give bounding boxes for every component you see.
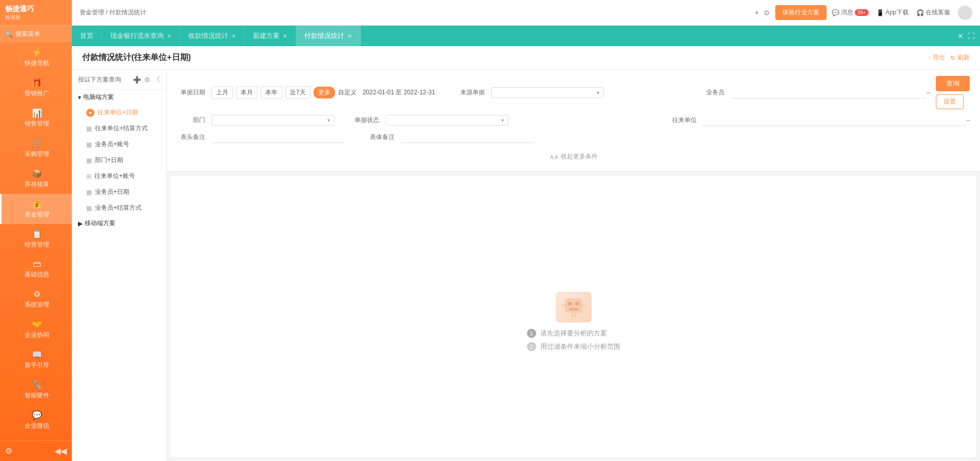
export-button[interactable]: ↑ 导出 bbox=[928, 53, 945, 62]
body-note-input[interactable] bbox=[401, 131, 534, 143]
scheme-grid-icon-4: ▦ bbox=[86, 189, 92, 196]
settings-bottom-icon[interactable]: ⚙ bbox=[5, 446, 12, 456]
nav-item-sales[interactable]: 📊 销售管理 bbox=[0, 103, 72, 133]
staff-more-icon[interactable]: ··· bbox=[926, 88, 930, 97]
date-btn-thisyear[interactable]: 本年 bbox=[261, 86, 282, 99]
nav-item-inventory[interactable]: 📦 库存核算 bbox=[0, 164, 72, 194]
scheme-staff-settle[interactable]: ▦ 业务员+结算方式 bbox=[72, 200, 166, 216]
panel-collapse-icon[interactable]: 《 bbox=[153, 75, 160, 84]
nav-item-operations[interactable]: 📋 经营管理 bbox=[0, 224, 72, 254]
tab-bank-close[interactable]: ✕ bbox=[167, 33, 171, 39]
app-download-button[interactable]: 📱 App下载 bbox=[876, 8, 909, 17]
filter-row-3: 表头备注 表体备注 bbox=[177, 131, 970, 143]
tab-home-label: 首页 bbox=[80, 31, 93, 41]
nav-item-guide[interactable]: 📖 新手引导 bbox=[0, 345, 72, 375]
tab-new-scheme-close[interactable]: ✕ bbox=[283, 33, 287, 39]
scheme-staff-account[interactable]: ▦ 业务员+账号 bbox=[72, 136, 166, 152]
online-service-button[interactable]: 🎧 在线客服 bbox=[916, 8, 950, 17]
search-menu[interactable]: 🔍 搜索菜单 bbox=[0, 26, 72, 43]
svg-rect-2 bbox=[575, 302, 579, 305]
tab-bank[interactable]: 现金银行流水查询 ✕ bbox=[102, 26, 180, 46]
staff-input[interactable] bbox=[731, 87, 926, 98]
content-layout: 按以下方案查询 ➕ ⚙ 《 ▾ 电脑端方案 ● 往来单位+日期 ▦ 往来单位+结… bbox=[72, 70, 980, 461]
tab-home[interactable]: 首页 bbox=[72, 26, 102, 46]
dept-label: 部门 bbox=[177, 116, 205, 125]
nav-item-quicknav[interactable]: ⚡ 快捷导航 bbox=[0, 43, 72, 73]
add-scheme-icon[interactable]: ➕ bbox=[133, 76, 141, 84]
scheme-staff-account-label: 业务员+账号 bbox=[95, 140, 129, 149]
topbar-dropdown-icon[interactable]: ▾ bbox=[755, 9, 758, 16]
nav-item-system[interactable]: ⚙ 系统管理 bbox=[0, 284, 72, 314]
messages-button[interactable]: 💬 消息 99+ bbox=[832, 8, 869, 17]
nav-item-capital[interactable]: 💰 资金管理 bbox=[0, 194, 72, 224]
online-service-label: 在线客服 bbox=[926, 8, 950, 17]
empty-tip-2-text: 用过滤条件来缩小分析范围 bbox=[540, 342, 620, 351]
scheme-dept-date[interactable]: ▦ 部门+日期 bbox=[72, 152, 166, 168]
voucher-status-select[interactable]: ▾ bbox=[385, 115, 508, 126]
scheme-staff-date-label: 业务员+日期 bbox=[95, 188, 129, 196]
tab-payments[interactable]: 付款情况统计 ✕ bbox=[296, 26, 361, 46]
date-btn-lastmonth[interactable]: 上月 bbox=[211, 86, 233, 99]
date-range-display: 2022-01-01 至 2022-12-31 bbox=[363, 88, 435, 97]
nav-item-basic[interactable]: 🗃 基础信息 bbox=[0, 254, 72, 284]
app-name: 畅捷通巧 bbox=[5, 5, 34, 14]
body-note-label: 表体备注 bbox=[366, 133, 395, 142]
mobile-group-label: 移动端方案 bbox=[85, 219, 115, 228]
enterprise-icon: 🤝 bbox=[32, 319, 42, 329]
tab-receipts[interactable]: 收款情况统计 ✕ bbox=[180, 26, 245, 46]
user-avatar[interactable] bbox=[958, 6, 972, 20]
expand-tabs-icon[interactable]: ⛶ bbox=[968, 32, 975, 40]
hardware-icon: 🔧 bbox=[32, 380, 42, 390]
filter-settings-button[interactable]: 设置 bbox=[936, 94, 964, 109]
date-btn-thismonth[interactable]: 本月 bbox=[236, 86, 258, 99]
nav-item-hardware[interactable]: 🔧 智能硬件 bbox=[0, 375, 72, 405]
nav-item-quicknav-label: 快捷导航 bbox=[25, 59, 49, 68]
nav-item-marketing[interactable]: 🎁 营销推广 bbox=[0, 73, 72, 103]
collapse-sidebar-icon[interactable]: ◀◀ bbox=[54, 446, 67, 456]
counterpart-label: 往来单位 bbox=[669, 116, 697, 125]
query-button[interactable]: 查询 bbox=[936, 76, 970, 91]
tab-new-scheme[interactable]: 新建方案 ✕ bbox=[245, 26, 296, 46]
nav-item-wechat[interactable]: 💬 企业微信 bbox=[0, 405, 72, 435]
mobile-group-arrow: ▶ bbox=[78, 220, 83, 227]
topbar-gear-icon[interactable]: ⚙ bbox=[763, 9, 770, 17]
trial-button[interactable]: 体验行业方案 bbox=[775, 5, 827, 20]
counterpart-more-icon[interactable]: ··· bbox=[966, 116, 970, 125]
scheme-unit-settle[interactable]: ▦ 往来单位+结算方式 bbox=[72, 121, 166, 136]
empty-tip-2: 2 用过滤条件来缩小分析范围 bbox=[527, 342, 620, 351]
scheme-unit-account[interactable]: ⊞ 往来单位+账号 bbox=[72, 168, 166, 184]
left-panel-title: 按以下方案查询 bbox=[78, 75, 121, 84]
message-icon: 💬 bbox=[832, 9, 839, 16]
collapse-arrow-icon: ∧∧ bbox=[550, 153, 559, 161]
tab-payments-close[interactable]: ✕ bbox=[347, 33, 352, 39]
counterpart-input[interactable] bbox=[703, 114, 966, 126]
voucher-status-label: 单据状态 bbox=[351, 116, 379, 125]
sidebar-bottom: ⚙ ◀◀ bbox=[0, 440, 72, 461]
date-custom-label[interactable]: 自定义 bbox=[338, 88, 357, 97]
header-note-label: 表头备注 bbox=[177, 133, 205, 142]
nav-item-purchase[interactable]: 🛒 采购管理 bbox=[0, 133, 72, 164]
date-btn-7days[interactable]: 近7天 bbox=[285, 86, 310, 99]
data-area: 1 请先选择要分析的方案 2 用过滤条件来缩小分析范围 bbox=[171, 176, 976, 457]
staff-label: 业务员 bbox=[696, 88, 724, 97]
header-note-input[interactable] bbox=[211, 131, 345, 143]
scheme-settings-icon[interactable]: ⚙ bbox=[144, 76, 150, 84]
scheme-unit-date[interactable]: ● 往来单位+日期 bbox=[72, 105, 166, 121]
filter-actions: 查询 设置 bbox=[936, 76, 970, 109]
scheme-unit-settle-label: 往来单位+结算方式 bbox=[95, 124, 148, 133]
refresh-button[interactable]: ↻ 刷新 bbox=[950, 53, 970, 62]
tab-receipts-close[interactable]: ✕ bbox=[231, 33, 236, 39]
desktop-scheme-group[interactable]: ▾ 电脑端方案 bbox=[72, 90, 166, 105]
tab-new-scheme-label: 新建方案 bbox=[253, 31, 280, 41]
dept-select[interactable]: ▾ bbox=[211, 115, 335, 126]
sales-icon: 📊 bbox=[32, 108, 42, 118]
source-select[interactable]: ▾ bbox=[491, 87, 604, 98]
scheme-staff-date[interactable]: ▦ 业务员+日期 bbox=[72, 184, 166, 200]
nav-item-enterprise[interactable]: 🤝 企业协同 bbox=[0, 314, 72, 345]
refresh-icon: ↻ bbox=[950, 54, 955, 62]
nav-item-member[interactable]: ⭐ 畅会员 bbox=[0, 435, 72, 440]
collapse-filter-button[interactable]: ∧∧ 收起更多条件 bbox=[550, 148, 598, 165]
mobile-scheme-group[interactable]: ▶ 移动端方案 bbox=[72, 216, 166, 231]
close-all-tabs-icon[interactable]: ✕ bbox=[957, 32, 964, 40]
date-btn-more[interactable]: 更多 bbox=[313, 87, 335, 98]
